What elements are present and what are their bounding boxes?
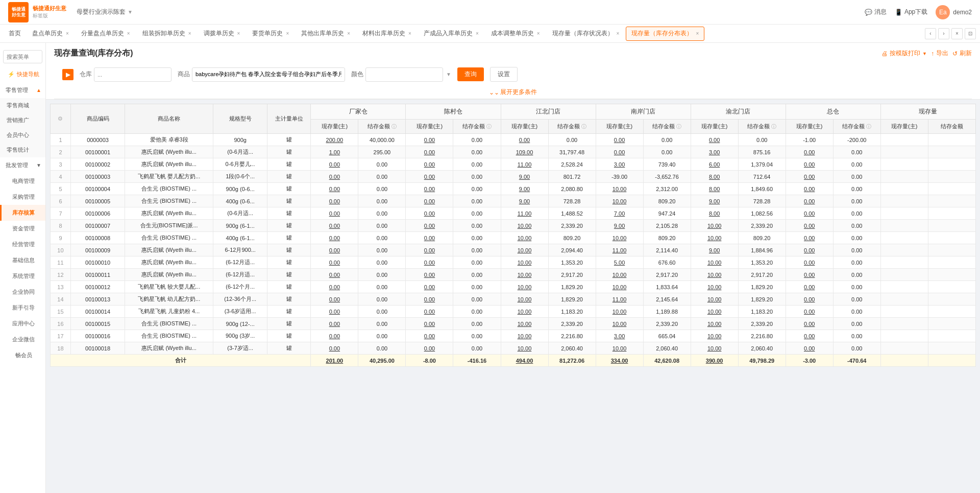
- tab-produce-in[interactable]: 产成品入库单历史 ×: [418, 27, 484, 41]
- tab-close[interactable]: ×: [66, 31, 69, 36]
- sidebar-item-basic[interactable]: 基础信息: [0, 252, 45, 268]
- th-yb-stock: 现存量(主): [691, 120, 738, 134]
- tab-close[interactable]: ×: [188, 31, 191, 36]
- summary-jb-stock[interactable]: 494.00: [501, 355, 548, 367]
- tab-close[interactable]: ×: [286, 31, 289, 36]
- settings-button[interactable]: 设置: [490, 67, 518, 82]
- sidebar: ⚡ 快捷导航 零售管理 ▲ 零售商城 营销推广 会员中心 零售统计 批发管理 ▼…: [0, 43, 46, 493]
- logo-area: 畅捷通好生意 畅捷通好生意 标签版 母婴行业演示陈套 ▼: [8, 2, 133, 22]
- info-icon-jb[interactable]: ⓘ: [581, 124, 586, 129]
- sidebar-item-member[interactable]: 会员中心: [0, 128, 45, 143]
- color-input[interactable]: [365, 67, 443, 82]
- refresh-btn[interactable]: ↺ 刷新: [952, 49, 972, 58]
- sidebar-item-wechat[interactable]: 企业微信: [0, 332, 45, 347]
- tab-close[interactable]: ×: [696, 31, 699, 36]
- th-more: 现存量: [880, 104, 975, 120]
- tab-close[interactable]: ×: [408, 31, 411, 36]
- tab-close[interactable]: ×: [476, 31, 479, 36]
- sidebar-item-ops[interactable]: 经营管理: [0, 237, 45, 252]
- sidebar-item-wholesale[interactable]: 批发管理 ▼: [0, 157, 45, 173]
- filter-expand-arrow[interactable]: ▶: [62, 69, 74, 80]
- info-icon-c[interactable]: ⓘ: [486, 124, 492, 129]
- sidebar-item-nav[interactable]: ⚡ 快捷导航: [0, 66, 45, 82]
- tab-close[interactable]: ×: [127, 31, 130, 36]
- logo-icon: 畅捷通好生意: [8, 2, 29, 22]
- col-settings-icon[interactable]: ⚙: [58, 115, 63, 122]
- summary-na-stock[interactable]: 334.00: [596, 355, 643, 367]
- summary-t-stock[interactable]: -3.00: [786, 355, 833, 367]
- warehouse-label: 仓库: [80, 70, 92, 79]
- tab-cost-adjust[interactable]: 成本调整单历史 ×: [485, 27, 546, 41]
- app-download-btn[interactable]: 📱 App下载: [895, 8, 927, 16]
- sidebar-search-area: [0, 47, 45, 66]
- th-t-bal: 结存金额 ⓘ: [833, 120, 880, 134]
- tab-stock-sub[interactable]: 分量盘点单历史 ×: [76, 27, 136, 41]
- summary-f-stock[interactable]: 201.00: [311, 355, 358, 367]
- sidebar-item-marketing[interactable]: 营销推广: [0, 113, 45, 128]
- tab-stock-list[interactable]: 盘点单历史 ×: [27, 27, 75, 41]
- page-title: 现存量查询(库存分布): [54, 48, 133, 59]
- avatar: Ea: [936, 5, 950, 19]
- user-area[interactable]: Ea demo2: [936, 5, 972, 19]
- sidebar-item-retail-mgmt[interactable]: 零售管理 ▲: [0, 82, 45, 98]
- sidebar-item-retail-shop[interactable]: 零售商城: [0, 98, 45, 113]
- tab-transfer[interactable]: 调拨单历史 ×: [198, 27, 246, 41]
- table-row: 1200100011惠氏启赋 (Wyeth illu...(6-12月适...罐…: [51, 269, 976, 281]
- info-icon-yb[interactable]: ⓘ: [771, 124, 776, 129]
- sidebar-item-purchase[interactable]: 采购管理: [0, 189, 45, 205]
- info-icon-f[interactable]: ⓘ: [391, 124, 397, 129]
- print-btn[interactable]: 🖨 按模版打印 ▼: [881, 49, 927, 58]
- wholesale-label: 批发管理: [6, 161, 28, 169]
- sidebar-item-finance[interactable]: 资金管理: [0, 221, 45, 237]
- tab-stock-status[interactable]: 现存量（库存状况表） ×: [547, 27, 625, 41]
- tab-close[interactable]: ×: [237, 31, 240, 36]
- color-label: 颜色: [351, 70, 363, 79]
- table-row: 1000100009惠氏启赋 (Wyeth illu...6-12月900...…: [51, 244, 976, 256]
- table-row: 300100002惠氏启赋 (Wyeth illu...0-6月婴儿...罐0.…: [51, 158, 976, 171]
- industry-dropdown[interactable]: 母婴行业演示陈套 ▼: [77, 8, 133, 16]
- tab-prev-btn[interactable]: ‹: [925, 28, 936, 39]
- warehouse-input[interactable]: [94, 67, 172, 82]
- tab-close[interactable]: ×: [617, 31, 620, 36]
- sidebar-item-stock-check[interactable]: 库存核算: [0, 205, 45, 221]
- tab-other-out[interactable]: 其他出库单历史 ×: [296, 27, 356, 41]
- export-btn[interactable]: ↑ 导出: [931, 49, 948, 58]
- summary-c-bal: -416.16: [453, 355, 501, 367]
- th-f-stock: 现存量(主): [311, 120, 358, 134]
- avatar-text: Ea: [939, 9, 947, 16]
- filter-warehouse: 仓库: [80, 67, 172, 82]
- table-row: 1300100012飞鹤星飞帆 较大婴儿配...(6-12个月...罐0.000…: [51, 281, 976, 293]
- sidebar-item-sys[interactable]: 系统管理: [0, 268, 45, 284]
- sidebar-item-ecom[interactable]: 电商管理: [0, 173, 45, 189]
- tabbar: 首页 盘点单历史 × 分量盘点单历史 × 组装拆卸单历史 × 调拨单历史 × 要…: [0, 25, 980, 43]
- summary-yb-stock[interactable]: 390.00: [691, 355, 738, 367]
- table-row: 600100005合生元 (BIOSTIME) ...400g (0-6...罐…: [51, 195, 976, 207]
- tab-stock-dist[interactable]: 现存量（库存分布表） ×: [626, 27, 704, 41]
- th-spec: 规格型号: [213, 104, 267, 134]
- tab-close[interactable]: ×: [347, 31, 350, 36]
- tab-expand-btn[interactable]: ⊡: [965, 28, 976, 39]
- expand-more-btn[interactable]: ⌄⌄ 展开更多条件: [489, 88, 537, 97]
- tab-next-btn[interactable]: ›: [938, 28, 949, 39]
- tab-home[interactable]: 首页: [4, 27, 26, 41]
- sidebar-item-app-center[interactable]: 应用中心: [0, 316, 45, 332]
- sidebar-item-retail-stat[interactable]: 零售统计: [0, 143, 45, 157]
- search-input[interactable]: [3, 50, 42, 63]
- query-button[interactable]: 查询: [457, 67, 484, 81]
- summary-yb-bal: 49,798.29: [738, 355, 786, 367]
- sidebar-item-company[interactable]: 企业协同: [0, 284, 45, 300]
- goods-input[interactable]: [192, 67, 345, 82]
- tab-close-btn[interactable]: ×: [951, 28, 963, 39]
- table-row: 200100001惠氏启赋 (Wyeth illu...(0-6月适...罐1.…: [51, 146, 976, 158]
- info-icon-na[interactable]: ⓘ: [676, 124, 681, 129]
- summary-c-stock[interactable]: -8.00: [406, 355, 453, 367]
- info-icon-t[interactable]: ⓘ: [866, 124, 871, 129]
- sidebar-item-guide[interactable]: 新手引导: [0, 300, 45, 316]
- tab-material[interactable]: 材料出库单历史 ×: [357, 27, 417, 41]
- sidebar-item-member2[interactable]: 畅会员: [0, 347, 45, 363]
- data-table: ⚙ 商品编码 商品名称 规格型号 主计量单位 厂家仓 陈村仓 江北门店 南岸门店…: [50, 104, 976, 367]
- tab-combo[interactable]: 组装拆卸单历史 ×: [137, 27, 197, 41]
- message-btn[interactable]: 💬 消息: [865, 8, 887, 16]
- tab-purchase[interactable]: 要货单历史 ×: [247, 27, 295, 41]
- tab-close[interactable]: ×: [537, 31, 540, 36]
